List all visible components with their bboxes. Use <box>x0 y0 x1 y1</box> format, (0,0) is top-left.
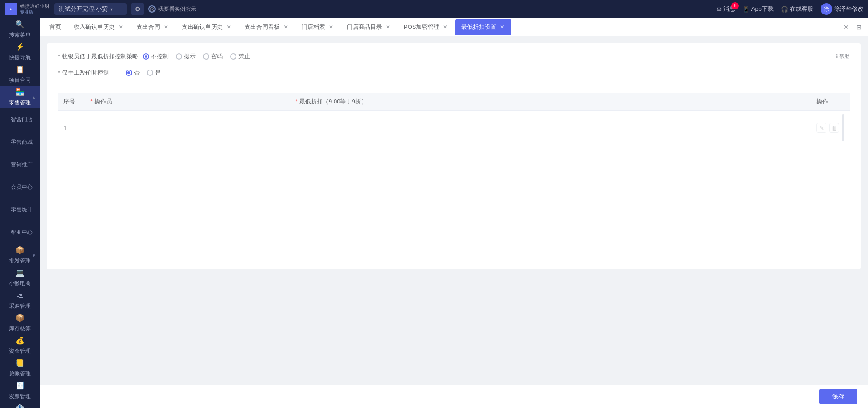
sidebar-label-ecommerce: 小畅电商 <box>9 280 31 287</box>
tab-payment-contract[interactable]: 支出合同 ✕ <box>131 19 175 35</box>
sidebar-item-inventory[interactable]: 📦 库存核算 <box>0 312 40 334</box>
app-logo: ✦ 畅捷通好业财 专业版 <box>5 3 50 15</box>
sidebar-item-help[interactable]: 帮助中心 <box>0 221 40 244</box>
edit-btn[interactable]: ✎ <box>816 123 826 133</box>
close-icon[interactable]: ✕ <box>385 24 391 30</box>
col-operator: * 操作员 <box>85 93 290 111</box>
chevron-icon: ▲ <box>32 94 36 100</box>
table-row: 1 ✎ 🗑 <box>58 111 850 145</box>
tab-more-btn[interactable]: ⊞ <box>854 22 864 33</box>
table-header: 序号 * 操作员 * 最低折扣（9.00等于9折） 操作 <box>58 93 850 111</box>
tab-payment-confirm-label: 支出确认单历史 <box>182 23 223 31</box>
demo-link[interactable]: ◎ 我要看实例演示 <box>148 5 196 13</box>
close-icon[interactable]: ✕ <box>328 24 334 30</box>
radio-label-yes: 是 <box>155 69 161 77</box>
tab-payment-confirm[interactable]: 支出确认单历史 ✕ <box>176 19 238 35</box>
tab-min-discount[interactable]: 最低折扣设置 ✕ <box>455 19 511 35</box>
messages-btn[interactable]: ✉ 消息 8 <box>717 5 735 13</box>
table-body: 1 ✎ 🗑 <box>58 111 850 145</box>
close-icon[interactable]: ✕ <box>226 24 232 30</box>
sidebar-label-wholesale: 批发管理 <box>9 258 31 265</box>
sidebar-item-ecommerce[interactable]: 💻 小畅电商 <box>0 267 40 289</box>
messages-badge: 8 <box>731 2 739 9</box>
sidebar-item-quick-nav[interactable]: ⚡ 快捷导航 <box>0 41 40 63</box>
tab-payment-board[interactable]: 支出合同看板 ✕ <box>239 19 295 35</box>
app-download-btn[interactable]: 📱 App下载 <box>742 5 774 13</box>
sidebar-label-member: 会员中心 <box>11 184 33 191</box>
sidebar-item-capital[interactable]: 💰 资金管理 <box>0 334 40 357</box>
sidebar-item-retail-mall[interactable]: 零售商城 <box>0 131 40 154</box>
radio-circle-no <box>126 70 132 76</box>
help-link[interactable]: ℹ 帮助 <box>836 53 850 61</box>
sidebar-item-invoice[interactable]: 🧾 发票管理 <box>0 380 40 402</box>
page-content: * 收银员低于最低折扣控制策略 不控制 提示 密码 <box>40 36 868 385</box>
radio-circle-remind <box>176 53 182 60</box>
manual-price-row: * 仅手工改价时控制 否 是 <box>58 69 850 77</box>
radio-forbid[interactable]: 禁止 <box>230 52 250 61</box>
project-selector[interactable]: 测试分开完程·小贸 ▾ <box>54 3 127 15</box>
close-icon[interactable]: ✕ <box>118 24 124 30</box>
delete-btn[interactable]: 🗑 <box>829 123 839 133</box>
sidebar-item-marketing[interactable]: 营销推广 <box>0 154 40 176</box>
cashier-policy-label: * 收银员低于最低折扣控制策略 <box>58 52 138 61</box>
radio-label-forbid: 禁止 <box>238 52 250 61</box>
tab-payment-board-label: 支出合同看板 <box>245 23 280 31</box>
divider <box>58 85 850 85</box>
save-button[interactable]: 保存 <box>819 389 857 404</box>
close-icon[interactable]: ✕ <box>442 24 448 30</box>
close-icon[interactable]: ✕ <box>499 24 505 30</box>
tab-store-products[interactable]: 门店商品目录 ✕ <box>341 19 397 35</box>
contract-icon: 📋 <box>15 65 24 75</box>
sidebar-item-retail-stat[interactable]: 零售统计 <box>0 199 40 221</box>
phone-icon: 📱 <box>742 6 750 13</box>
tab-income-confirm-label: 收入确认单历史 <box>74 23 115 31</box>
radio-no[interactable]: 否 <box>126 69 140 77</box>
tab-bar-controls: ✕ ⊞ <box>841 22 864 33</box>
sidebar-item-ledger[interactable]: 📒 总账管理 <box>0 357 40 380</box>
purchase-icon: 🛍 <box>16 291 24 300</box>
settings-icon[interactable]: ⚙ <box>131 3 144 15</box>
ecommerce-icon: 💻 <box>15 268 24 278</box>
sidebar-item-retail[interactable]: 🏪 零售管理 ▲ <box>0 86 40 108</box>
message-icon: ✉ <box>717 6 722 13</box>
wholesale-icon: 📦 <box>15 246 24 255</box>
tab-home[interactable]: 首页 <box>43 19 67 35</box>
sidebar-item-tax[interactable]: 🏦 税务管理 <box>0 402 40 408</box>
radio-yes[interactable]: 是 <box>147 69 161 77</box>
close-icon[interactable]: ✕ <box>163 24 169 30</box>
online-service-btn[interactable]: 🎧 在线客服 <box>781 5 813 13</box>
radio-no-control[interactable]: 不控制 <box>143 52 169 61</box>
radio-remind[interactable]: 提示 <box>176 52 196 61</box>
tab-close-btn[interactable]: ✕ <box>841 22 852 33</box>
sidebar-item-project-contract[interactable]: 📋 项目合同 <box>0 63 40 86</box>
sidebar-label-retail-mall: 零售商城 <box>11 139 33 146</box>
sidebar-item-search[interactable]: 🔍 搜索菜单 <box>0 18 40 41</box>
cell-seq: 1 <box>58 111 85 145</box>
close-icon[interactable]: ✕ <box>283 24 289 30</box>
tab-home-label: 首页 <box>49 23 61 31</box>
chevron-down-icon: ▼ <box>32 253 36 258</box>
ledger-icon: 📒 <box>15 359 24 368</box>
tab-store-file[interactable]: 门店档案 ✕ <box>296 19 340 35</box>
quick-nav-icon: ⚡ <box>15 42 24 52</box>
footer-bar: 保存 <box>40 385 868 408</box>
data-table: 序号 * 操作员 * 最低折扣（9.00等于9折） 操作 <box>58 93 850 145</box>
sidebar-item-purchase[interactable]: 🛍 采购管理 <box>0 289 40 312</box>
sidebar-item-member[interactable]: 会员中心 <box>0 176 40 199</box>
sidebar-item-wholesale[interactable]: 📦 批发管理 ▼ <box>0 244 40 267</box>
radio-circle-no-control <box>143 53 149 60</box>
radio-circle-yes <box>147 70 153 76</box>
tab-income-confirm[interactable]: 收入确认单历史 ✕ <box>68 19 130 35</box>
user-menu-btn[interactable]: 徐 徐泽华修改 <box>821 3 863 15</box>
sidebar-item-smart-store[interactable]: 智营门店 <box>0 108 40 131</box>
radio-password[interactable]: 密码 <box>203 52 223 61</box>
cell-min-discount <box>290 111 811 145</box>
logo-icon: ✦ <box>5 3 17 15</box>
sidebar: 🔍 搜索菜单 ⚡ 快捷导航 📋 项目合同 🏪 零售管理 ▲ 智营门店 零售商城 … <box>0 18 40 408</box>
tab-pos-password[interactable]: POS加密管理 ✕ <box>398 19 454 35</box>
cashier-policy-radio-group: 不控制 提示 密码 禁止 <box>143 52 250 61</box>
sidebar-label-capital: 资金管理 <box>9 348 31 355</box>
table-scroll-bar[interactable] <box>842 114 844 141</box>
table-container: 序号 * 操作员 * 最低折扣（9.00等于9折） 操作 <box>58 93 850 145</box>
sidebar-label-project-contract: 项目合同 <box>9 77 31 84</box>
